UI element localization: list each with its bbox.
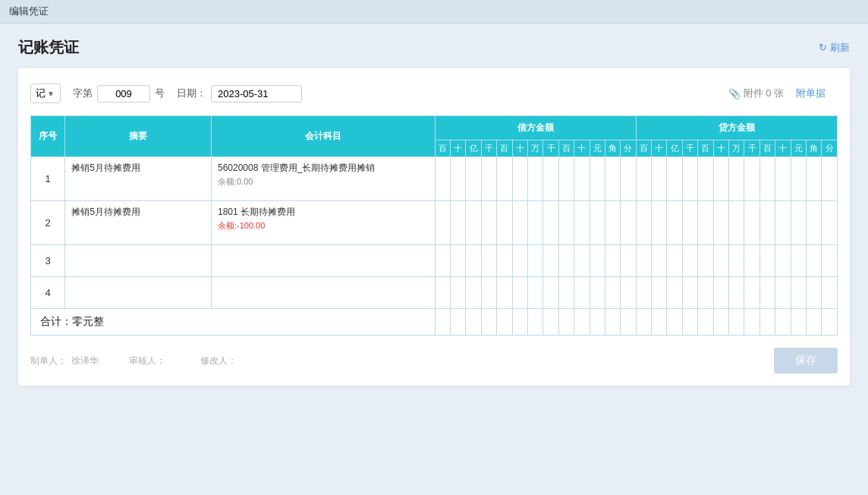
credit-amount-cell[interactable] — [698, 201, 713, 245]
account-cell[interactable] — [211, 277, 435, 309]
credit-amount-cell[interactable] — [682, 245, 697, 277]
debit-amount-cell[interactable] — [481, 201, 496, 245]
credit-amount-cell[interactable] — [636, 277, 651, 309]
debit-amount-cell[interactable] — [451, 201, 466, 245]
debit-amount-cell[interactable] — [497, 277, 512, 309]
credit-amount-cell[interactable] — [729, 277, 744, 309]
debit-amount-cell[interactable] — [558, 245, 574, 277]
debit-amount-cell[interactable] — [558, 277, 574, 309]
debit-amount-cell[interactable] — [590, 201, 605, 245]
credit-amount-cell[interactable] — [652, 245, 667, 277]
debit-amount-cell[interactable] — [481, 245, 496, 277]
summary-cell[interactable] — [65, 277, 212, 309]
debit-amount-cell[interactable] — [466, 157, 481, 201]
credit-amount-cell[interactable] — [791, 201, 806, 245]
debit-amount-cell[interactable] — [543, 277, 558, 309]
debit-amount-cell[interactable] — [527, 157, 542, 201]
debit-amount-cell[interactable] — [527, 201, 542, 245]
debit-amount-cell[interactable] — [590, 157, 605, 201]
credit-amount-cell[interactable] — [636, 245, 651, 277]
debit-amount-cell[interactable] — [451, 245, 466, 277]
credit-amount-cell[interactable] — [744, 245, 760, 277]
credit-amount-cell[interactable] — [791, 157, 806, 201]
credit-amount-cell[interactable] — [667, 157, 682, 201]
debit-amount-cell[interactable] — [621, 277, 636, 309]
credit-amount-cell[interactable] — [667, 277, 682, 309]
debit-amount-cell[interactable] — [527, 277, 542, 309]
attach-list-link[interactable]: 附单据 — [796, 87, 826, 100]
credit-amount-cell[interactable] — [822, 245, 838, 277]
debit-amount-cell[interactable] — [574, 157, 590, 201]
save-button[interactable]: 保存 — [774, 348, 838, 374]
debit-amount-cell[interactable] — [605, 201, 620, 245]
credit-amount-cell[interactable] — [667, 245, 682, 277]
credit-amount-cell[interactable] — [744, 201, 760, 245]
debit-amount-cell[interactable] — [481, 157, 496, 201]
credit-amount-cell[interactable] — [806, 201, 821, 245]
debit-amount-cell[interactable] — [543, 245, 558, 277]
summary-cell[interactable] — [65, 245, 212, 277]
debit-amount-cell[interactable] — [621, 157, 636, 201]
credit-amount-cell[interactable] — [652, 157, 667, 201]
account-cell[interactable]: 56020008 管理费用_长期待摊费用摊销余额:0.00 — [211, 157, 435, 201]
account-cell[interactable]: 1801 长期待摊费用余额:-100.00 — [211, 201, 435, 245]
credit-amount-cell[interactable] — [682, 157, 697, 201]
debit-amount-cell[interactable] — [512, 157, 527, 201]
credit-amount-cell[interactable] — [713, 201, 728, 245]
ji-select[interactable]: 记 ▼ — [30, 84, 61, 103]
debit-amount-cell[interactable] — [435, 201, 450, 245]
credit-amount-cell[interactable] — [713, 157, 728, 201]
debit-amount-cell[interactable] — [558, 157, 574, 201]
debit-amount-cell[interactable] — [435, 157, 450, 201]
debit-amount-cell[interactable] — [497, 201, 512, 245]
credit-amount-cell[interactable] — [682, 201, 697, 245]
debit-amount-cell[interactable] — [497, 245, 512, 277]
debit-amount-cell[interactable] — [543, 201, 558, 245]
zi-di-input[interactable] — [97, 85, 150, 102]
debit-amount-cell[interactable] — [435, 277, 450, 309]
debit-amount-cell[interactable] — [605, 157, 620, 201]
credit-amount-cell[interactable] — [667, 201, 682, 245]
credit-amount-cell[interactable] — [806, 157, 821, 201]
credit-amount-cell[interactable] — [791, 245, 806, 277]
credit-amount-cell[interactable] — [744, 157, 760, 201]
credit-amount-cell[interactable] — [636, 157, 651, 201]
credit-amount-cell[interactable] — [775, 157, 791, 201]
summary-cell[interactable]: 摊销5月待摊费用 — [65, 201, 212, 245]
credit-amount-cell[interactable] — [729, 245, 744, 277]
attachment-button[interactable]: 📎 附件 0 张 — [728, 87, 784, 100]
credit-amount-cell[interactable] — [806, 245, 821, 277]
debit-amount-cell[interactable] — [481, 277, 496, 309]
debit-amount-cell[interactable] — [605, 277, 620, 309]
debit-amount-cell[interactable] — [512, 245, 527, 277]
credit-amount-cell[interactable] — [698, 157, 713, 201]
credit-amount-cell[interactable] — [775, 245, 791, 277]
credit-amount-cell[interactable] — [729, 157, 744, 201]
date-input[interactable] — [211, 85, 302, 102]
credit-amount-cell[interactable] — [775, 201, 791, 245]
credit-amount-cell[interactable] — [760, 245, 775, 277]
credit-amount-cell[interactable] — [822, 157, 838, 201]
credit-amount-cell[interactable] — [760, 277, 775, 309]
credit-amount-cell[interactable] — [806, 277, 821, 309]
debit-amount-cell[interactable] — [512, 201, 527, 245]
credit-amount-cell[interactable] — [698, 245, 713, 277]
credit-amount-cell[interactable] — [682, 277, 697, 309]
credit-amount-cell[interactable] — [822, 277, 838, 309]
credit-amount-cell[interactable] — [729, 201, 744, 245]
credit-amount-cell[interactable] — [760, 201, 775, 245]
debit-amount-cell[interactable] — [574, 277, 590, 309]
debit-amount-cell[interactable] — [466, 245, 481, 277]
debit-amount-cell[interactable] — [590, 245, 605, 277]
credit-amount-cell[interactable] — [713, 277, 728, 309]
debit-amount-cell[interactable] — [512, 277, 527, 309]
credit-amount-cell[interactable] — [636, 201, 651, 245]
debit-amount-cell[interactable] — [558, 201, 574, 245]
credit-amount-cell[interactable] — [698, 277, 713, 309]
debit-amount-cell[interactable] — [435, 245, 450, 277]
credit-amount-cell[interactable] — [744, 277, 760, 309]
credit-amount-cell[interactable] — [652, 201, 667, 245]
summary-cell[interactable]: 摊销5月待摊费用 — [65, 157, 212, 201]
debit-amount-cell[interactable] — [466, 277, 481, 309]
refresh-button[interactable]: ↻ 刷新 — [819, 41, 850, 55]
